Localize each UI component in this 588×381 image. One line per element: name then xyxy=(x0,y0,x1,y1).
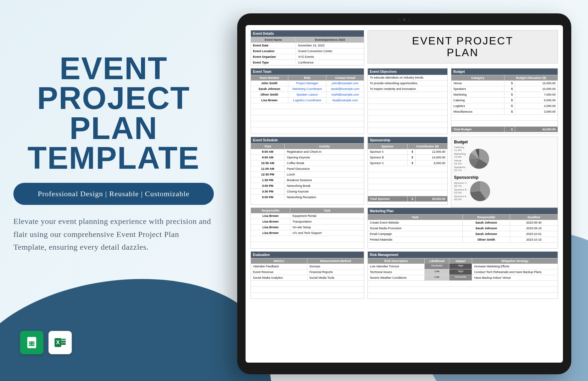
excel-icon: X xyxy=(48,331,72,354)
title-line-1: EVENT xyxy=(13,53,214,83)
col-header: Deadline xyxy=(510,215,558,220)
label: Event Location xyxy=(251,48,296,54)
chart-title: Sponsorship xyxy=(454,175,555,180)
sponsor-pie-chart xyxy=(470,181,490,201)
table-row: Social Media AnalyticsSocial Media Tools xyxy=(251,275,364,280)
table-row: 3:30 PMClosing Keynote xyxy=(251,188,364,194)
total-value: 44,000.00 xyxy=(515,127,558,132)
total-label: Total Sponsor xyxy=(368,196,408,202)
table-row: 12:30 PMLunch xyxy=(251,171,364,177)
feature-pill: Professional Design | Reusable | Customi… xyxy=(13,183,214,205)
table-row: Technical IssuesLowHighConduct Tech Rehe… xyxy=(368,269,558,275)
svg-rect-8 xyxy=(61,341,65,343)
title-line-3: TEMPLATE xyxy=(13,143,214,173)
table-row: Oliver SmithSpeaker Liaisonmark@example.… xyxy=(251,92,364,97)
table-row: Lisa BrownLogistics Coordinatorlisa@exam… xyxy=(251,97,364,103)
section-header: Budget xyxy=(451,69,558,75)
table-row: Catering$5,000.00 xyxy=(451,97,558,103)
evaluation-section: Evaluation MetricsMeasurement Method Att… xyxy=(251,251,364,299)
table-row: Email CampaignSarah Johnson2023-10-01 xyxy=(368,231,558,237)
col-header: Role xyxy=(288,75,327,81)
document-title: EVENT PROJECT PLAN xyxy=(368,30,558,64)
table-row: Speakers$10,000.00 xyxy=(451,86,558,92)
col-header: Measurement Method xyxy=(307,258,364,264)
charts-panel: Budget Catering11.4%Marketing15.9%Venue3… xyxy=(451,137,558,208)
section-header: Event Team xyxy=(251,69,364,75)
legend-item: Sponsor B33.3% xyxy=(454,188,467,194)
table-row: Attendee FeedbackSurveys xyxy=(251,264,364,269)
table-row: Printed MaterialsOliver Smith2023-10-15 xyxy=(368,237,558,242)
col-header: Task xyxy=(368,215,463,220)
col-header: Metrics xyxy=(251,258,307,264)
table-row: Venue$15,000.00 xyxy=(451,81,558,86)
legend-item: Marketing15.9% xyxy=(454,152,466,158)
table-row: Sarah JohnsonMarketing Coordinatorsarah@… xyxy=(251,86,364,92)
col-header: Task xyxy=(290,208,364,213)
svg-rect-7 xyxy=(61,339,65,340)
marketing-section: Marketing Plan TaskResponsibleDeadline C… xyxy=(368,208,558,249)
col-header: Responsible xyxy=(463,215,510,220)
col-header: Budget Allocation ($) xyxy=(504,75,558,81)
table-row: To educate attendees on industry trends. xyxy=(368,75,447,80)
section-header: Evaluation xyxy=(251,252,364,258)
table-row: Lisa BrownA/V and Tech Support xyxy=(251,230,364,236)
value: Grand Convention Center xyxy=(296,48,364,54)
col-header: Time xyxy=(251,144,285,149)
chart-title: Budget xyxy=(454,140,555,144)
value: XYZ Events xyxy=(296,54,364,59)
section-header: Sponsorship xyxy=(368,137,447,143)
value: Conference xyxy=(296,60,364,65)
risk-section: Risk Management Risk DescriptionLikeliho… xyxy=(368,251,558,299)
table-row: 11:00 AMPanel Discussion xyxy=(251,166,364,171)
budget-section: Budget CategoryBudget Allocation ($) Ven… xyxy=(451,68,558,134)
legend-item: Speakers22.7% xyxy=(454,166,466,172)
table-row: Lisa BrownOn-site Setup xyxy=(251,224,364,230)
spreadsheet-screen: Event Details Event NameEventXperience 2… xyxy=(246,25,563,363)
promo-panel: EVENT PROJECT PLAN TEMPLATE Professional… xyxy=(13,53,214,253)
title-line-2: PROJECT PLAN xyxy=(13,83,214,143)
sponsor-section: Sponsorship SponsorContribution ($) Spon… xyxy=(368,137,448,205)
table-row: Miscellaneous$3,000.00 xyxy=(451,109,558,114)
doc-title-line-1: EVENT PROJECT xyxy=(412,35,513,47)
table-row: 9:00 AMOpening Keynote xyxy=(251,154,364,160)
col-header: Sponsor xyxy=(368,144,408,149)
col-header: Responsible xyxy=(251,208,290,213)
col-header: Contribution ($) xyxy=(408,144,447,149)
label: Event Type xyxy=(251,60,296,65)
table-row: Marketing$7,000.00 xyxy=(451,92,558,97)
total-label: Total Budget xyxy=(451,127,504,132)
table-row: 5:00 PMNetworking Reception xyxy=(251,194,364,200)
svg-rect-4 xyxy=(31,342,32,346)
table-row: John SmithProject Managerjohn@example.co… xyxy=(251,81,364,86)
main-title: EVENT PROJECT PLAN TEMPLATE xyxy=(13,53,214,173)
section-header: Marketing Plan xyxy=(368,208,558,214)
section-header: Event Objectives xyxy=(368,69,447,75)
table-row: Sponsor B$10,000.00 xyxy=(368,154,447,160)
responsible-section: ResponsibleTask Lisa BrownEquipment Rent… xyxy=(251,208,364,249)
schedule-section: Event Schedule TimeActivity 8:00 AMRegis… xyxy=(251,137,364,205)
table-row: Sponsor C$8,000.00 xyxy=(368,160,447,166)
label: Event Date xyxy=(251,43,296,48)
svg-rect-9 xyxy=(61,343,65,345)
legend-item: Venue34.1% xyxy=(454,159,466,165)
doc-title-line-2: PLAN xyxy=(447,47,479,58)
table-row: Low Attendee TurnoutModerateHighIncrease… xyxy=(368,264,558,269)
description: Elevate your event planning experience w… xyxy=(13,215,214,253)
col-header: Mitigation Strategy xyxy=(472,258,558,264)
col-header: Team Member xyxy=(251,75,288,81)
chart-legend: Catering11.4%Marketing15.9%Venue34.1%Spe… xyxy=(454,146,466,172)
section-header: Event Details xyxy=(251,30,364,37)
table-row: Severe Weather ConditionsLowModerateHave… xyxy=(368,275,558,280)
col-header: Category xyxy=(451,75,504,81)
objectives-section: Event Objectives To educate attendees on… xyxy=(368,68,448,134)
table-row: 10:30 AMCoffee Break xyxy=(251,160,364,166)
background-wave xyxy=(0,261,277,381)
svg-text:X: X xyxy=(56,339,60,346)
event-team-section: Event Team Team MemberRoleContact Email … xyxy=(251,68,364,134)
table-row: Logistics$4,000.00 xyxy=(451,103,558,109)
section-header: Risk Management xyxy=(368,252,558,258)
tablet-mockup: Event Details Event NameEventXperience 2… xyxy=(237,13,571,374)
app-icons: X xyxy=(20,331,72,354)
col-header: Likelihood xyxy=(425,258,449,264)
table-row: Lisa BrownTransportation xyxy=(251,219,364,224)
